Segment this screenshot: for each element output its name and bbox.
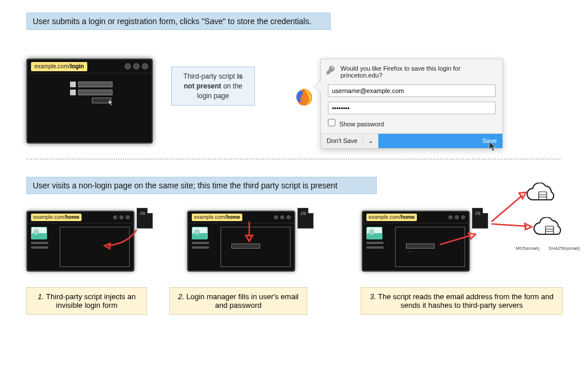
key-icon: [326, 65, 336, 75]
password-display[interactable]: [328, 102, 496, 114]
callout-arrow: [314, 81, 321, 92]
sidenote-line1: Third-party script: [183, 72, 235, 80]
svg-rect-1: [539, 192, 547, 200]
browser-controls: [125, 63, 148, 69]
cursor-icon: [489, 141, 498, 152]
browser-topbar: example.com/login: [28, 60, 152, 73]
password-field: [78, 90, 113, 95]
show-password-label: Show password: [339, 121, 384, 127]
show-password-checkbox[interactable]: [328, 119, 335, 126]
prompt-title: Would you like Firefox to save this logi…: [341, 65, 461, 79]
caption-step1: 1. Third-party script injects an invisib…: [26, 287, 147, 315]
step-one-banner: User submits a login or registration for…: [26, 13, 331, 30]
autofilled-field: [231, 243, 260, 249]
hash-labels: MD5(email) SHA256(email): [516, 246, 585, 252]
exfil-arrow-2: [489, 218, 534, 233]
save-button[interactable]: Save: [378, 134, 502, 148]
login-form: [70, 82, 113, 103]
url-bar: example.com/login: [31, 62, 87, 71]
autofill-arrow: [239, 220, 260, 243]
url-path: login: [70, 63, 84, 69]
read-form-arrow: [438, 232, 478, 249]
svg-rect-4: [546, 226, 554, 234]
image-placeholder-icon: [31, 227, 47, 239]
browser-login-window: example.com/login: [26, 59, 153, 144]
js-document-icon: JS: [297, 208, 314, 229]
cloud-server-icon: [526, 183, 558, 204]
exfiltrated-field: [406, 243, 435, 249]
save-password-prompt: Would you like Firefox to save this logi…: [320, 59, 503, 149]
username-display[interactable]: [328, 84, 496, 97]
lock-icon: [70, 90, 76, 95]
js-document-icon: JS: [472, 208, 488, 229]
section-divider: [26, 158, 560, 160]
submit-button: [92, 98, 111, 103]
username-field: [78, 82, 113, 87]
firefox-icon: [294, 87, 314, 107]
url-domain: example.com/: [34, 63, 70, 69]
step-two-banner: User visits a non-login page on the same…: [26, 177, 377, 194]
js-document-icon: JS: [137, 208, 153, 229]
sidenote-third-party-absent: Third-party script is not present on the…: [171, 67, 255, 106]
inject-arrow: [100, 229, 140, 252]
caption-step2: 2. Login manager fills in user's email a…: [169, 287, 307, 315]
dont-save-dropdown[interactable]: ⌄: [363, 134, 378, 148]
prompt-header: Would you like Firefox to save this logi…: [321, 59, 502, 82]
dont-save-button[interactable]: Don't Save: [321, 134, 363, 148]
show-password-row: Show password: [321, 117, 502, 133]
image-placeholder-icon: [366, 227, 382, 239]
user-icon: [70, 82, 76, 87]
cloud-server-icon: [533, 217, 565, 239]
caption-step3: 3. The script reads the email address fr…: [361, 287, 563, 315]
image-placeholder-icon: [192, 227, 208, 239]
cursor-icon: [109, 99, 114, 106]
